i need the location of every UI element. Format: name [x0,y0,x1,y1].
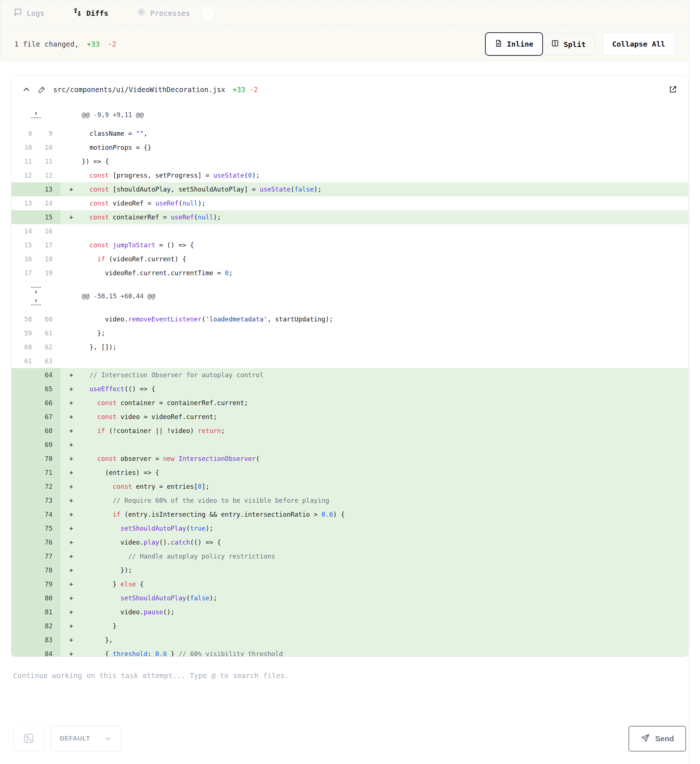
code-line: (entries) => { [82,466,688,480]
git-diff-icon [73,8,82,18]
new-line-number: 78 [32,563,53,577]
new-line-number: 80 [32,591,53,605]
diff-marker: + [61,647,82,657]
old-line-number: 11 [11,155,32,168]
diff-row-added: 65+ useEffect(() => { [11,382,688,396]
diff-row-added: 77+ // Handle autoplay policy restrictio… [11,550,688,563]
line-number-gutter: 15 [11,210,61,224]
new-line-number: 81 [32,605,53,619]
old-line-number: 59 [11,326,32,340]
diff-row-context: 5961 }; [11,326,688,340]
new-line-number: 14 [32,196,53,210]
diff-row-context: 1618 if (videoRef.current) { [11,252,688,266]
summary-additions: +33 [87,40,100,48]
line-number-gutter: 65 [11,382,61,396]
diff-marker: + [61,550,82,563]
profile-selector-value: DEFAULT [60,735,90,742]
diff-marker [61,312,82,326]
code-line: const [progress, setProgress] = useState… [82,168,688,182]
code-line: if (!container || !video) return; [82,424,688,438]
inline-view-button[interactable]: Inline [485,32,543,56]
code-line: videoRef.current.currentTime = 0; [82,266,688,280]
open-external-icon[interactable] [669,85,677,94]
code-line [82,438,688,452]
diff-file-header: src/components/ui/VideoWithDecoration.js… [11,75,688,103]
diff-row-added: 82+ } [11,619,688,633]
old-line-number [11,382,32,396]
profile-selector[interactable]: DEFAULT [51,726,121,751]
split-view-button[interactable]: Split [542,33,594,56]
new-line-number: 13 [32,182,53,196]
diff-row-added: 74+ if (entry.isIntersecting && entry.in… [11,507,688,521]
tab-diffs-label: Diffs [86,9,108,17]
code-line: const container = containerRef.current; [82,396,688,410]
line-number-gutter: 1212 [11,168,61,182]
diff-rows: ↑@@ -9,9 +9,11 @@99 className = "",1010 … [11,103,688,657]
diff-marker: + [61,438,82,452]
line-number-gutter: 76 [11,535,61,550]
diff-marker: + [61,633,82,647]
hunk-header: ↓↑@@ -58,15 +60,44 @@ [11,280,688,312]
tab-processes[interactable]: Processes 3 [137,8,213,19]
tab-logs[interactable]: Logs [14,8,44,18]
new-line-number: 15 [32,210,53,224]
send-button-label: Send [655,734,674,743]
code-line: video.pause(); [82,605,688,619]
code-line: }) => { [82,155,688,168]
old-line-number [11,647,32,657]
hunk-range-label: @@ -58,15 +60,44 @@ [82,293,688,300]
diff-marker [61,224,82,238]
old-line-number: 9 [11,127,32,141]
diff-row-added: 73+ // Require 60% of the video to be vi… [11,493,688,507]
line-number-gutter: 1111 [11,155,61,168]
old-line-number [11,368,32,382]
diff-marker [61,238,82,252]
diff-row-added: 80+ setShouldAutoPlay(false); [11,591,688,605]
tab-diffs[interactable]: Diffs [73,8,108,18]
diff-row-added: 79+ } else { [11,577,688,591]
code-line: const video = videoRef.current; [82,410,688,424]
diff-row-context: 1314 const videoRef = useRef(null); [11,196,688,210]
diff-row-context: 1111}) => { [11,155,688,168]
code-line: }); [82,563,688,577]
old-line-number [11,521,32,535]
old-line-number [11,535,32,550]
chevron-down-icon [105,735,112,742]
expand-up-icon[interactable]: ↑ [31,111,41,119]
line-number-gutter: 5860 [11,312,61,326]
diff-row-added: 78+ }); [11,563,688,577]
attach-image-button[interactable] [13,726,44,751]
diff-marker: + [61,396,82,410]
message-input[interactable] [13,672,652,719]
diff-row-added: 15+ const containerRef = useRef(null); [11,210,688,224]
expand-down-icon[interactable]: ↓ [31,286,41,294]
diff-row-context: 1719 videoRef.current.currentTime = 0; [11,266,688,280]
new-line-number: 83 [32,633,53,647]
vertical-scrollbar[interactable] [689,0,700,764]
send-button[interactable]: Send [628,726,686,751]
new-line-number: 75 [32,521,53,535]
diff-marker: + [61,210,82,224]
collapse-all-button[interactable]: Collapse All [602,33,675,55]
code-line: video.removeEventListener('loadedmetadat… [82,312,688,326]
code-line: motionProps = {} [82,141,688,155]
split-pane-icon [551,39,559,49]
collapse-file-chevron[interactable] [22,86,30,94]
diff-marker: + [61,480,82,493]
line-number-gutter: 68 [11,424,61,438]
line-number-gutter: 5961 [11,326,61,340]
line-number-gutter: 99 [11,127,61,141]
diff-row-added: 70+ const observer = new IntersectionObs… [11,452,688,466]
line-number-gutter: 71 [11,466,61,480]
new-line-number: 11 [32,155,53,168]
code-line: }, []); [82,340,688,354]
diff-row-context: 1212 const [progress, setProgress] = use… [11,168,688,182]
line-number-gutter: 13 [11,182,61,196]
diff-marker: + [61,368,82,382]
line-number-gutter: 74 [11,507,61,521]
expand-up-icon[interactable]: ↑ [31,298,41,307]
old-line-number [11,410,32,424]
diff-marker: + [61,424,82,438]
diff-marker: + [61,577,82,591]
new-line-number: 60 [32,312,53,326]
